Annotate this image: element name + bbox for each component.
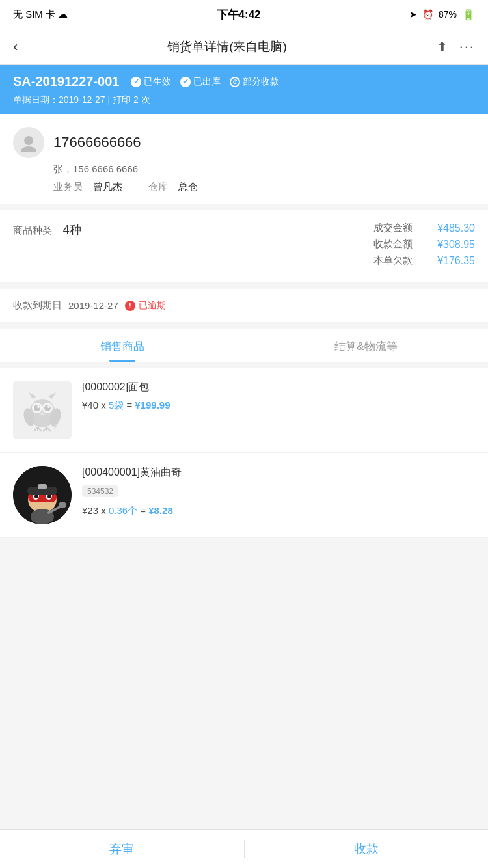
svg-point-1 xyxy=(21,146,36,152)
svg-point-32 xyxy=(59,502,66,508)
deal-amount-row: 成交金额 ¥485.30 xyxy=(373,222,475,234)
summary-card: 商品种类 4种 成交金额 ¥485.30 收款金额 ¥308.95 本单欠款 ¥… xyxy=(0,210,488,282)
nav-bar: ‹ 销货单详情(来自电脑) ⬆ ··· xyxy=(0,29,488,65)
customer-meta: 业务员 曾凡杰 仓库 总仓 xyxy=(53,181,475,193)
svg-marker-3 xyxy=(29,392,36,399)
product-item-2: [000400001]黄油曲奇 534532 ¥23 x 0.36个 = ¥8.… xyxy=(0,453,488,538)
nav-actions: ⬆ ··· xyxy=(437,38,475,55)
due-date-value: 2019-12-27 xyxy=(68,300,118,311)
battery-icon: 🔋 xyxy=(462,8,475,21)
receive-amount-row: 收款金额 ¥308.95 xyxy=(373,238,475,251)
product-base-price-2: ¥23 xyxy=(82,505,98,516)
badge-effective: ✓ 已生效 xyxy=(131,76,171,88)
avatar xyxy=(13,127,44,158)
clock-icon: ⏱ xyxy=(230,77,240,87)
product-thumb-mascot-icon xyxy=(13,466,72,524)
product-name-2: [000400001]黄油曲奇 xyxy=(82,466,475,480)
svg-point-26 xyxy=(34,495,38,498)
due-date-card: 收款到期日 2019-12-27 ! 已逾期 xyxy=(0,289,488,322)
svg-marker-4 xyxy=(48,392,56,399)
sim-status: 无 SIM 卡 ☁ xyxy=(13,8,68,21)
warehouse: 仓库 总仓 xyxy=(148,181,198,193)
product-total-1: ¥199.99 xyxy=(135,400,170,411)
product-multiply-2: x xyxy=(101,505,109,516)
customer-phone: 17666666666 xyxy=(53,134,141,151)
product-info-1: [0000002]面包 ¥40 x 5袋 = ¥199.99 xyxy=(82,381,475,412)
receive-amount-value: ¥308.95 xyxy=(423,239,475,251)
order-date: 单据日期：2019-12-27 | 打印 2 次 xyxy=(13,94,475,106)
collect-payment-button[interactable]: 收款 xyxy=(245,841,489,858)
sales-rep-value: 曾凡杰 xyxy=(93,181,122,192)
overdue-badge: ! 已逾期 xyxy=(125,300,166,312)
product-qty-2: 0.36个 xyxy=(109,505,137,516)
alarm-icon: ⏰ xyxy=(422,9,433,20)
deal-amount-value: ¥485.30 xyxy=(423,223,475,234)
order-badges: ✓ 已生效 ✓ 已出库 ⏱ 部分收款 xyxy=(131,76,279,88)
overdue-icon: ! xyxy=(125,301,135,311)
product-qty-1: 5袋 xyxy=(109,400,124,411)
share-icon[interactable]: ⬆ xyxy=(437,39,448,55)
product-multiply-1: x xyxy=(101,400,109,411)
product-price-2: ¥23 x 0.36个 = ¥8.28 xyxy=(82,505,475,517)
svg-rect-29 xyxy=(38,484,47,489)
tabs-container: 销售商品 结算&物流等 xyxy=(0,329,488,362)
more-icon[interactable]: ··· xyxy=(459,38,475,55)
badge-partial-payment: ⏱ 部分收款 xyxy=(230,76,279,88)
owed-amount-value: ¥176.35 xyxy=(423,255,475,267)
warehouse-label: 仓库 xyxy=(148,181,168,192)
receive-amount-label: 收款金额 xyxy=(373,238,413,251)
product-total-2: ¥8.28 xyxy=(148,505,173,516)
product-equals-2: = xyxy=(140,505,148,516)
customer-card: 17666666666 张，156 6666 6666 业务员 曾凡杰 仓库 总… xyxy=(0,114,488,204)
product-equals-1: = xyxy=(126,400,135,411)
bottom-bar: 弃审 收款 xyxy=(0,829,488,868)
status-time: 下午4:42 xyxy=(217,7,261,22)
status-left: 无 SIM 卡 ☁ xyxy=(13,8,68,21)
status-right: ➤ ⏰ 87% 🔋 xyxy=(409,8,475,21)
owed-amount-row: 本单欠款 ¥176.35 xyxy=(373,254,475,267)
product-types-label: 商品种类 xyxy=(13,224,52,236)
sales-rep: 业务员 曾凡杰 xyxy=(53,181,122,193)
badge-shipped: ✓ 已出库 xyxy=(180,76,221,88)
svg-point-8 xyxy=(44,405,51,411)
location-icon: ➤ xyxy=(409,9,417,20)
product-info-2: [000400001]黄油曲奇 534532 ¥23 x 0.36个 = ¥8.… xyxy=(82,466,475,517)
product-base-price-1: ¥40 xyxy=(82,400,98,411)
product-price-1: ¥40 x 5袋 = ¥199.99 xyxy=(82,400,475,412)
customer-top: 17666666666 xyxy=(13,127,475,158)
product-types: 商品种类 4种 xyxy=(13,222,81,237)
check-icon-2: ✓ xyxy=(180,77,191,87)
due-date-label: 收款到期日 xyxy=(13,299,62,312)
sales-rep-label: 业务员 xyxy=(53,181,83,192)
order-id: SA-20191227-001 xyxy=(13,74,119,89)
amount-summary: 成交金额 ¥485.30 收款金额 ¥308.95 本单欠款 ¥176.35 xyxy=(373,222,475,271)
svg-point-7 xyxy=(34,405,40,411)
svg-point-27 xyxy=(47,495,51,498)
product-thumb-2 xyxy=(13,466,72,524)
tab-settlement[interactable]: 结算&物流等 xyxy=(244,329,488,362)
product-thumb-1: + xyxy=(13,381,72,439)
tab-sales-products[interactable]: 销售商品 xyxy=(0,329,244,362)
back-button[interactable]: ‹ xyxy=(13,38,18,55)
svg-point-10 xyxy=(47,405,50,408)
customer-contact: 张，156 6666 6666 xyxy=(53,163,475,176)
svg-point-9 xyxy=(37,405,40,408)
status-bar: 无 SIM 卡 ☁ 下午4:42 ➤ ⏰ 87% 🔋 xyxy=(0,0,488,29)
deal-amount-label: 成交金额 xyxy=(373,222,413,234)
cancel-review-button[interactable]: 弃审 xyxy=(0,841,244,858)
product-item-1: + [0000002]面包 ¥40 x 5袋 = ¥199.99 xyxy=(0,368,488,453)
product-sku-badge: 534532 xyxy=(82,485,118,497)
page-title: 销货单详情(来自电脑) xyxy=(167,38,287,55)
overdue-text: 已逾期 xyxy=(139,300,166,312)
svg-point-0 xyxy=(24,136,33,145)
product-name-1: [0000002]面包 xyxy=(82,381,475,394)
svg-text:+: + xyxy=(52,420,58,431)
owed-amount-label: 本单欠款 xyxy=(373,254,413,267)
product-types-value: 4种 xyxy=(63,223,81,236)
header-banner: SA-20191227-001 ✓ 已生效 ✓ 已出库 ⏱ 部分收款 单据日期：… xyxy=(0,65,488,114)
product-thumb-owl-icon: + xyxy=(20,387,65,433)
warehouse-value: 总仓 xyxy=(178,181,198,192)
check-icon-1: ✓ xyxy=(131,77,141,87)
battery-text: 87% xyxy=(439,9,457,20)
product-list: + [0000002]面包 ¥40 x 5袋 = ¥199.99 xyxy=(0,368,488,538)
